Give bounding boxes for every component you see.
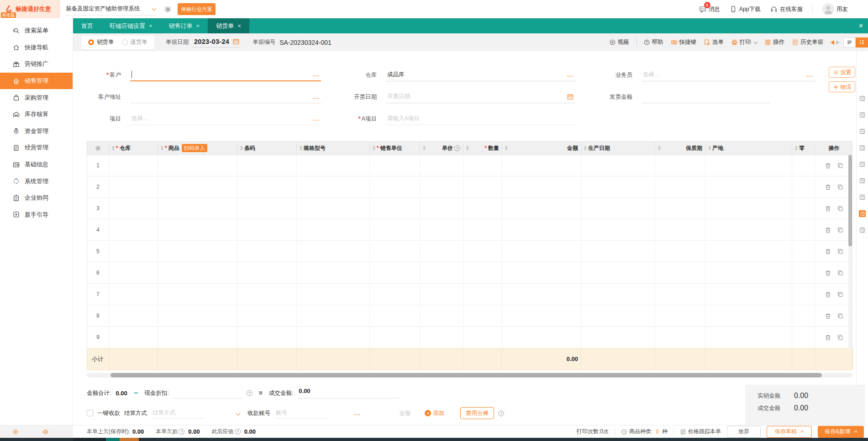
help-icon[interactable]: ? <box>235 429 241 435</box>
cell-barcode[interactable] <box>237 176 297 197</box>
prev-arrow-icon[interactable] <box>831 40 834 45</box>
cell-retail[interactable] <box>792 327 815 348</box>
sidebar-item-operation-mgmt[interactable]: 经营管理 <box>0 139 73 156</box>
toolbar-history-button[interactable]: 历史单据 <box>792 38 823 46</box>
sort-icon[interactable] <box>112 146 115 150</box>
cell-amount[interactable] <box>502 219 581 240</box>
app-logo[interactable]: 畅捷通好生意 标准版 <box>0 0 60 18</box>
cell-product[interactable] <box>158 284 237 305</box>
cell-prod-date[interactable] <box>581 305 655 326</box>
radio-sales-invoice[interactable]: 销货单 <box>88 38 114 46</box>
more-icon[interactable]: ... <box>807 73 814 77</box>
online-support-button[interactable]: 在线客服 <box>770 5 803 13</box>
cell-origin[interactable] <box>705 241 792 262</box>
cell-quantity[interactable] <box>463 198 502 219</box>
system-dropdown[interactable]: 装备及固定资产辅助管理系统 <box>66 3 157 16</box>
cell-sale-unit[interactable] <box>370 284 420 305</box>
cash-discount-input[interactable] <box>174 388 242 398</box>
next-arrow-icon[interactable] <box>836 40 840 45</box>
cell-barcode[interactable] <box>237 241 297 262</box>
invoice-date-input[interactable]: 开票日期 <box>386 90 575 103</box>
cell-sale-unit[interactable] <box>370 327 420 348</box>
sidebar-item-sales-mgmt[interactable]: 销售管理 <box>0 73 73 90</box>
column-header-sale-unit[interactable]: *销售单位 <box>370 142 420 154</box>
cell-spec[interactable] <box>297 155 370 176</box>
sort-icon[interactable] <box>300 146 302 150</box>
toolbar-actions-button[interactable]: 操作 <box>764 38 784 46</box>
column-header-origin[interactable]: 产地 <box>705 142 792 154</box>
vertical-scrollbar-thumb[interactable] <box>848 155 852 246</box>
cell-shelf-life[interactable] <box>655 284 705 305</box>
copy-icon[interactable] <box>837 184 844 191</box>
cell-warehouse[interactable] <box>109 155 158 176</box>
cell-quantity[interactable] <box>463 176 502 197</box>
cell-product[interactable] <box>158 327 237 348</box>
header-settings-button[interactable]: 设置 <box>829 67 855 78</box>
more-icon[interactable]: ... <box>567 73 574 77</box>
panel-toggle-icon[interactable] <box>859 227 866 234</box>
calendar-icon[interactable] <box>567 93 574 101</box>
tab-sales-order[interactable]: 销售订单× <box>161 18 208 33</box>
close-icon[interactable]: × <box>859 18 863 33</box>
cell-barcode[interactable] <box>237 155 297 176</box>
help-icon[interactable]: ? <box>498 410 504 416</box>
cell-quantity[interactable] <box>463 305 502 326</box>
sort-icon[interactable] <box>505 146 508 150</box>
cell-spec[interactable] <box>297 241 370 262</box>
column-header-quantity[interactable]: *数量 <box>463 142 502 154</box>
cell-unit-price[interactable] <box>420 155 463 176</box>
copy-icon[interactable] <box>837 334 844 341</box>
sidebar-item-inventory-accounting[interactable]: 库存核算 <box>0 106 73 123</box>
more-icon[interactable]: ... <box>313 73 320 76</box>
cell-amount[interactable] <box>502 176 581 197</box>
warehouse-input[interactable]: 成品库 ... <box>386 69 575 81</box>
cell-spec[interactable] <box>297 284 370 305</box>
save-draft-button[interactable]: 保存草稿 <box>767 426 812 438</box>
user-menu[interactable]: 用友 <box>822 3 848 15</box>
cell-retail[interactable] <box>792 219 815 240</box>
toolbar-pick-order-button[interactable]: 选单 <box>704 38 724 46</box>
doc-date-input[interactable]: 2023-03-24 <box>193 37 241 48</box>
column-header-spec[interactable]: 规格型号 <box>297 142 370 154</box>
cell-shelf-life[interactable] <box>655 241 705 262</box>
delete-icon[interactable] <box>825 205 831 212</box>
cell-barcode[interactable] <box>237 305 297 326</box>
cell-sale-unit[interactable] <box>370 176 420 197</box>
cell-spec[interactable] <box>297 327 370 348</box>
column-header-prod-date[interactable]: 生产日期 <box>581 142 655 154</box>
receive-account-input[interactable]: 账号 <box>274 408 329 419</box>
gear-icon[interactable] <box>95 145 101 152</box>
column-header-warehouse[interactable]: *仓库 <box>109 142 158 154</box>
card-view-button[interactable] <box>856 37 868 48</box>
panel-toggle-icon[interactable] <box>859 194 866 201</box>
toolbar-help-button[interactable]: 帮助 <box>637 38 663 46</box>
cell-prod-date[interactable] <box>581 262 655 283</box>
sort-icon[interactable] <box>423 146 426 150</box>
cell-origin[interactable] <box>705 262 792 283</box>
horizontal-scrollbar[interactable] <box>87 373 852 377</box>
close-icon[interactable]: × <box>196 23 200 29</box>
panel-toggle-icon[interactable] <box>859 177 866 184</box>
cell-shelf-life[interactable] <box>655 305 705 326</box>
cell-quantity[interactable] <box>463 155 502 176</box>
cell-amount[interactable] <box>502 284 581 305</box>
cell-amount[interactable] <box>502 327 581 348</box>
tab-home[interactable]: 首页 <box>73 18 101 33</box>
cell-origin[interactable] <box>705 305 792 326</box>
cell-quantity[interactable] <box>463 284 502 305</box>
sidebar-item-purchase-mgmt[interactable]: 采购管理 <box>0 89 73 106</box>
panel-toggle-icon[interactable] <box>859 210 866 217</box>
panel-toggle-icon[interactable] <box>859 161 866 168</box>
cell-product[interactable] <box>158 262 237 283</box>
cell-sale-unit[interactable] <box>370 241 420 262</box>
copy-icon[interactable] <box>837 270 844 276</box>
cell-shelf-life[interactable] <box>655 262 705 283</box>
cell-warehouse[interactable] <box>109 262 158 283</box>
help-icon[interactable]: ? <box>179 429 184 435</box>
list-view-button[interactable] <box>843 37 856 48</box>
cell-shelf-life[interactable] <box>655 198 705 219</box>
invoice-amount-input[interactable] <box>642 90 770 103</box>
panel-toggle-icon[interactable] <box>859 144 866 151</box>
sort-icon[interactable] <box>466 146 469 150</box>
copy-icon[interactable] <box>837 248 844 255</box>
